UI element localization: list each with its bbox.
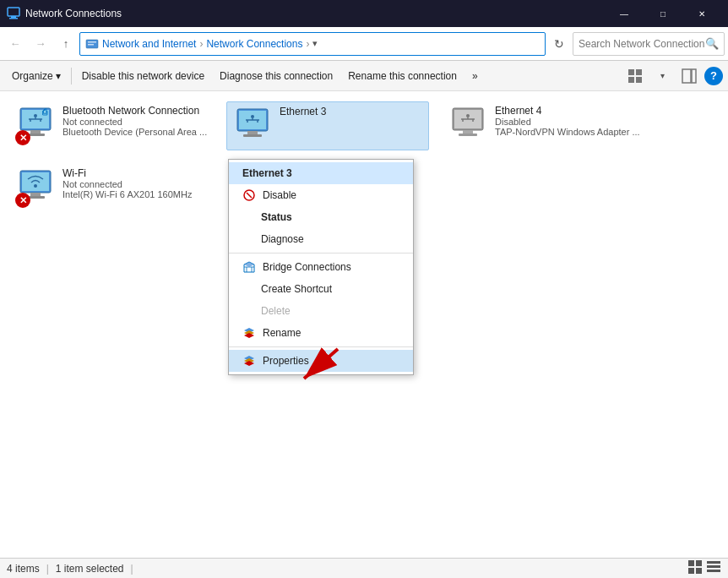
svg-point-36: [466, 114, 470, 117]
svg-point-27: [251, 115, 254, 118]
network-item-ethernet4[interactable]: Ethernet 4 Disabled TAP-NordVPN Windows …: [443, 101, 645, 150]
network-text-wifi: Wi-Fi Not connected Intel(R) Wi-Fi 6 AX2…: [62, 167, 208, 199]
svg-line-46: [247, 193, 252, 198]
ethernet4-status: Disabled: [495, 117, 640, 127]
red-x-wifi: ✕: [15, 193, 30, 208]
view-toggle-1[interactable]: [687, 559, 703, 577]
ethernet4-name: Ethernet 4: [495, 105, 640, 117]
rename-icon: [242, 326, 256, 340]
context-diagnose[interactable]: Diagnose: [229, 228, 413, 250]
more-label: »: [472, 70, 478, 82]
forward-button[interactable]: →: [29, 32, 52, 56]
network-icon-container-wifi: ✕: [15, 167, 56, 208]
svg-point-44: [34, 184, 37, 188]
network-item-ethernet3[interactable]: Ethernet 3: [226, 101, 429, 150]
context-menu: Ethernet 3 Disable Status Diagnose: [228, 159, 414, 375]
delete-icon-spacer: [242, 304, 254, 318]
network-text-ethernet3: Ethernet 3: [280, 106, 423, 117]
context-shortcut[interactable]: Create Shortcut: [229, 278, 413, 300]
breadcrumb-network-internet[interactable]: Network and Internet: [102, 38, 196, 50]
svg-rect-60: [707, 561, 720, 564]
svg-rect-9: [636, 77, 642, 83]
context-status[interactable]: Status: [229, 206, 413, 228]
svg-rect-5: [88, 44, 94, 46]
rename-button[interactable]: Rename this connection: [341, 64, 464, 88]
close-button[interactable]: ✕: [682, 0, 721, 27]
path-sep-2: ›: [306, 38, 309, 50]
network-icon-container-ethernet3: [232, 106, 273, 146]
svg-rect-34: [459, 134, 477, 136]
svg-rect-10: [682, 69, 691, 83]
more-button[interactable]: »: [465, 64, 485, 88]
context-properties[interactable]: Properties: [229, 350, 413, 372]
window-title: Network Connections: [25, 8, 605, 19]
view-options-button[interactable]: [623, 64, 647, 88]
organize-arrow: ▾: [56, 70, 61, 82]
path-dropdown[interactable]: ▾: [312, 38, 318, 49]
disable-label: Disable: [263, 189, 296, 201]
svg-text:⎙: ⎙: [42, 107, 48, 117]
wifi-name: Wi-Fi: [62, 167, 208, 179]
context-bridge[interactable]: Bridge Connections: [229, 256, 413, 278]
disable-network-button[interactable]: Disable this network device: [75, 64, 211, 88]
refresh-button[interactable]: ↻: [547, 32, 571, 56]
up-button[interactable]: ↑: [54, 32, 78, 56]
network-item-wifi[interactable]: ✕ Wi-Fi Not connected Intel(R) Wi-Fi 6 A…: [10, 164, 213, 211]
toolbar-separator: [71, 68, 72, 85]
status-icon-spacer: [242, 210, 254, 224]
minimize-button[interactable]: —: [605, 0, 644, 27]
svg-point-17: [34, 114, 37, 117]
svg-rect-7: [636, 69, 642, 75]
svg-rect-41: [22, 172, 49, 191]
view-toggle-2[interactable]: [706, 559, 721, 577]
search-icon: 🔍: [705, 37, 719, 50]
app-icon: [7, 7, 20, 20]
svg-rect-2: [9, 18, 18, 19]
toolbar: Organize ▾ Disable this network device D…: [0, 61, 728, 91]
address-bar: ← → ↑ Network and Internet › Network Con…: [0, 27, 728, 61]
network-item-bluetooth[interactable]: ⎙ ✕ Bluetooth Network Connection Not con…: [10, 101, 213, 150]
window-controls: — □ ✕: [605, 0, 721, 27]
svg-rect-61: [707, 565, 720, 568]
organize-label: Organize: [12, 70, 53, 82]
status-right-icons: [687, 559, 721, 577]
disable-icon: [242, 188, 256, 202]
bluetooth-name: Bluetooth Network Connection: [62, 105, 208, 117]
red-x-bluetooth: ✕: [15, 130, 30, 145]
disable-label: Disable this network device: [82, 70, 204, 82]
network-text-ethernet4: Ethernet 4 Disabled TAP-NordVPN Windows …: [495, 105, 640, 137]
view-dropdown-button[interactable]: ▾: [650, 64, 674, 88]
diagnose-button[interactable]: Diagnose this connection: [213, 64, 340, 88]
search-input[interactable]: [579, 38, 705, 50]
svg-rect-56: [688, 560, 694, 566]
svg-rect-24: [247, 131, 258, 134]
context-disable[interactable]: Disable: [229, 184, 413, 206]
maximize-button[interactable]: □: [644, 0, 682, 27]
path-icon: [85, 37, 99, 51]
organize-button[interactable]: Organize ▾: [5, 64, 68, 88]
wifi-detail: Intel(R) Wi-Fi 6 AX201 160MHz: [62, 189, 208, 199]
status-separator-2: |: [131, 563, 133, 575]
network-icon-container-bluetooth: ⎙ ✕: [15, 105, 56, 145]
delete-label: Delete: [261, 305, 291, 317]
breadcrumb-network-connections[interactable]: Network Connections: [206, 38, 302, 50]
svg-rect-42: [30, 193, 41, 196]
ethernet3-icon: [232, 106, 273, 146]
back-button[interactable]: ←: [3, 32, 27, 56]
shortcut-icon-spacer: [242, 282, 254, 296]
bridge-icon: [242, 260, 256, 274]
context-rename[interactable]: Rename: [229, 322, 413, 344]
details-pane-button[interactable]: [677, 64, 701, 88]
help-button[interactable]: ?: [704, 67, 723, 85]
rename-label: Rename this connection: [348, 70, 457, 82]
network-text-bluetooth: Bluetooth Network Connection Not connect…: [62, 105, 208, 137]
context-separator-1: [229, 253, 413, 254]
svg-rect-14: [30, 130, 41, 134]
svg-rect-11: [692, 69, 696, 83]
diagnose-label: Diagnose: [261, 233, 304, 245]
address-path[interactable]: Network and Internet › Network Connectio…: [79, 32, 546, 56]
svg-rect-33: [463, 130, 473, 134]
svg-rect-0: [8, 8, 19, 16]
search-box[interactable]: 🔍: [573, 32, 725, 56]
svg-rect-62: [707, 570, 720, 572]
